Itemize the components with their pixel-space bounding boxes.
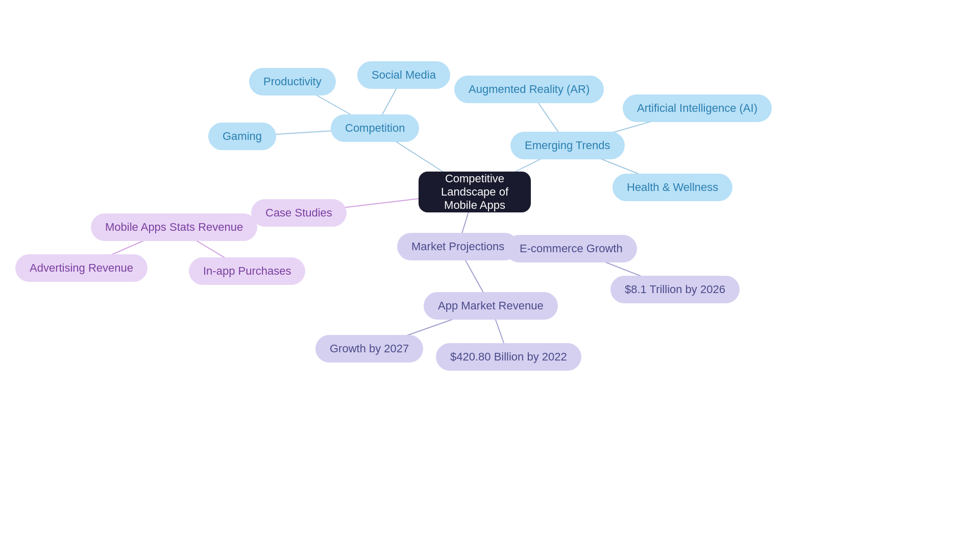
social-media-node: Social Media <box>357 61 450 89</box>
artificial-intelligence-node: Artificial Intelligence (AI) <box>623 94 772 122</box>
app-market-node: App Market Revenue <box>424 292 558 320</box>
mobile-stats-node: Mobile Apps Stats Revenue <box>91 213 257 241</box>
market-projections-node: Market Projections <box>397 233 519 260</box>
growth-2027-node: Growth by 2027 <box>315 335 423 363</box>
health-wellness-node: Health & Wellness <box>612 174 732 201</box>
advertising-node: Advertising Revenue <box>15 254 148 282</box>
case-studies-node: Case Studies <box>251 199 347 227</box>
center-node: Competitive Landscape of Mobile Apps <box>419 172 531 212</box>
productivity-node: Productivity <box>249 68 336 95</box>
augmented-reality-node: Augmented Reality (AR) <box>454 76 604 103</box>
ecommerce-val-node: $8.1 Trillion by 2026 <box>610 276 740 303</box>
ecommerce-node: E-commerce Growth <box>505 235 637 262</box>
gaming-node: Gaming <box>208 123 276 150</box>
in-app-node: In-app Purchases <box>189 257 305 285</box>
emerging-trends-node: Emerging Trends <box>510 132 625 159</box>
competition-node: Competition <box>331 114 419 142</box>
billion-2022-node: $420.80 Billion by 2022 <box>436 343 581 371</box>
